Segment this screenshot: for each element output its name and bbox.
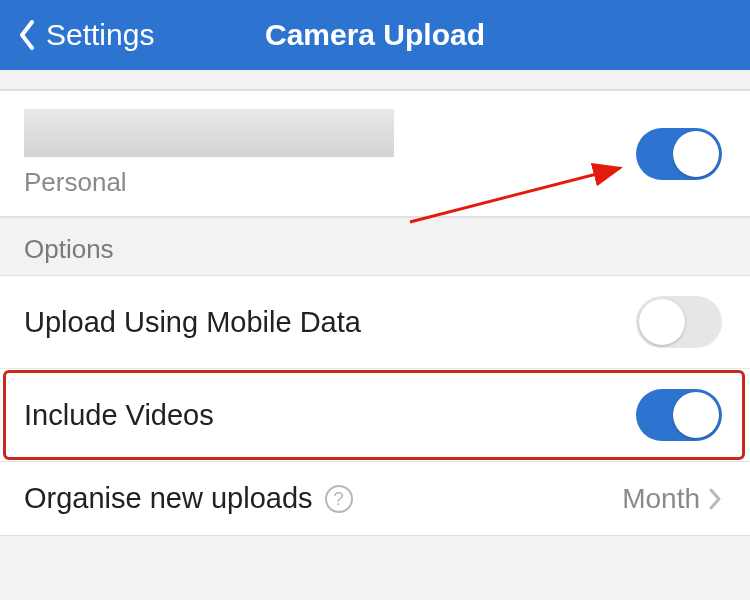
header-bar: Settings Camera Upload xyxy=(0,0,750,70)
mobile-data-label: Upload Using Mobile Data xyxy=(24,306,361,339)
include-videos-highlight: Include Videos xyxy=(0,369,750,462)
options-list: Upload Using Mobile Data Include Videos … xyxy=(0,276,750,536)
include-videos-toggle[interactable] xyxy=(636,389,722,441)
chevron-left-icon xyxy=(18,20,36,50)
organise-label: Organise new uploads xyxy=(24,482,313,515)
spacer xyxy=(0,70,750,90)
organise-label-group: Organise new uploads ? xyxy=(24,482,353,515)
include-videos-label: Include Videos xyxy=(24,399,214,432)
options-header: Options xyxy=(0,217,750,276)
spacer xyxy=(0,536,750,556)
page-title: Camera Upload xyxy=(265,18,485,52)
organise-value: Month xyxy=(622,483,700,515)
help-icon[interactable]: ? xyxy=(325,485,353,513)
organise-row[interactable]: Organise new uploads ? Month xyxy=(0,462,750,536)
account-name-redacted xyxy=(24,109,394,157)
organise-value-group: Month xyxy=(622,483,722,515)
toggle-knob xyxy=(673,392,719,438)
include-videos-row[interactable]: Include Videos xyxy=(0,369,750,462)
mobile-data-row[interactable]: Upload Using Mobile Data xyxy=(0,276,750,369)
chevron-right-icon xyxy=(708,487,722,511)
back-label: Settings xyxy=(46,18,154,52)
toggle-knob xyxy=(673,131,719,177)
camera-upload-toggle[interactable] xyxy=(636,128,722,180)
toggle-knob xyxy=(639,299,685,345)
account-info: Personal xyxy=(24,109,394,198)
account-section: Personal xyxy=(0,90,750,217)
account-row: Personal xyxy=(0,91,750,216)
account-subtitle: Personal xyxy=(24,167,394,198)
back-button[interactable]: Settings xyxy=(18,18,154,52)
mobile-data-toggle[interactable] xyxy=(636,296,722,348)
